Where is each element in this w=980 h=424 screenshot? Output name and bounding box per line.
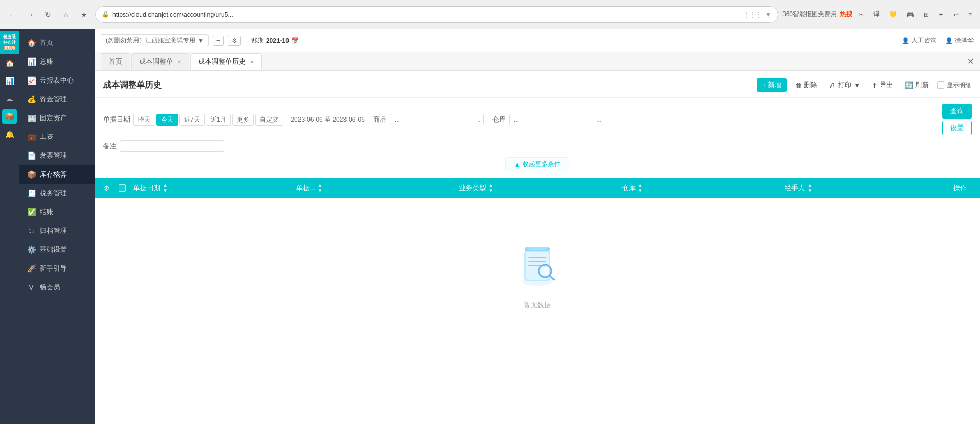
th-warehouse-label: 仓库 bbox=[622, 183, 636, 193]
th-doc-no-label: 单据... bbox=[296, 183, 316, 193]
iconbar-reports[interactable]: ☁ bbox=[2, 91, 17, 106]
reload-button[interactable]: ↻ bbox=[41, 7, 55, 22]
sidebar-item-tax[interactable]: 🧾 税务管理 bbox=[19, 184, 95, 203]
forward-button[interactable]: → bbox=[23, 7, 38, 22]
print-dropdown-icon: ▼ bbox=[854, 81, 860, 89]
select-all-box[interactable] bbox=[119, 184, 126, 192]
sidebar-item-beginner[interactable]: 🚀 新手引导 bbox=[19, 259, 95, 278]
address-bar[interactable]: 🔒 https://cloud.chanjet.com/accounting/u… bbox=[95, 6, 778, 23]
more-btn[interactable]: ≡ bbox=[965, 10, 975, 19]
sidebar-item-funds[interactable]: 💰 资金管理 bbox=[19, 90, 95, 109]
sidebar-item-ledger[interactable]: 📊 总账 bbox=[19, 52, 95, 71]
print-btn[interactable]: 🖨 打印 ▼ bbox=[826, 79, 863, 91]
column-settings-btn[interactable]: ⚙ bbox=[99, 184, 114, 192]
filter-row-remark: 备注 bbox=[103, 140, 972, 152]
sidebar-item-assets[interactable]: 🏢 固定资产 bbox=[19, 109, 95, 127]
show-columns-toggle[interactable]: 显示明细 bbox=[937, 81, 972, 90]
th-warehouse[interactable]: 仓库 ▲▼ bbox=[619, 183, 782, 193]
tab-home-label: 首页 bbox=[109, 57, 122, 66]
date-range-text: 2023-06-06 至 2023-06-06 bbox=[291, 115, 364, 124]
th-handler[interactable]: 经手人 ▲▼ bbox=[781, 183, 944, 193]
back-button[interactable]: ← bbox=[5, 7, 20, 22]
iconbar-active[interactable]: 📦 bbox=[2, 109, 17, 124]
user-name: 徐泽华 bbox=[955, 36, 974, 45]
collapse-up-icon: ▲ bbox=[514, 161, 521, 168]
sidebar-item-basic-settings[interactable]: ⚙️ 基础设置 bbox=[19, 240, 95, 259]
sidebar-beginner-label: 新手引导 bbox=[40, 264, 86, 273]
sidebar-ledger-label: 总账 bbox=[40, 57, 86, 66]
sidebar-item-close-books[interactable]: ✅ 结账 bbox=[19, 203, 95, 221]
ledger-icon: 📊 bbox=[27, 57, 36, 66]
tab-home[interactable]: 首页 bbox=[101, 53, 130, 70]
bookmark-button[interactable]: ★ bbox=[76, 7, 91, 22]
period-label: 账期 bbox=[251, 36, 264, 45]
game-btn[interactable]: 🎮 bbox=[903, 10, 917, 19]
th-biz-type[interactable]: 业务类型 ▲▼ bbox=[456, 183, 619, 193]
user-item[interactable]: 👤 徐泽华 bbox=[945, 36, 974, 45]
manage-company-btn[interactable]: ⚙ bbox=[228, 36, 241, 46]
iconbar-ledger[interactable]: 📊 bbox=[2, 74, 17, 88]
apps-btn[interactable]: ⊞ bbox=[920, 10, 932, 19]
wallet-btn[interactable]: 💛 bbox=[886, 10, 900, 19]
iconbar-home[interactable]: 🏠 bbox=[2, 56, 17, 70]
export-btn[interactable]: ⬆ 导出 bbox=[869, 79, 896, 91]
date-btn-yesterday[interactable]: 昨天 bbox=[133, 114, 155, 126]
calendar-icon[interactable]: 📅 bbox=[291, 37, 299, 44]
refresh-btn[interactable]: 🔄 刷新 bbox=[902, 79, 932, 91]
tab-cost-adjust-history[interactable]: 成本调整单历史 ✕ bbox=[190, 53, 262, 70]
date-btn-custom[interactable]: 自定义 bbox=[255, 114, 283, 126]
service-item[interactable]: 👤 人工咨询 bbox=[902, 36, 937, 45]
scissors-btn[interactable]: ✂ bbox=[856, 10, 867, 19]
sidebar-item-membership[interactable]: V 畅会员 bbox=[19, 278, 95, 297]
th-date[interactable]: 单据日期 ▲▼ bbox=[130, 183, 293, 193]
query-btn[interactable]: 查询 bbox=[942, 104, 972, 119]
sidebar-item-home[interactable]: 🏠 首页 bbox=[19, 33, 95, 52]
home-button[interactable]: ⌂ bbox=[59, 7, 73, 22]
tab-cost-adjust[interactable]: 成本调整单 ✕ bbox=[131, 53, 189, 70]
date-btn-today[interactable]: 今天 bbox=[156, 114, 178, 126]
date-btn-more[interactable]: 更多 bbox=[232, 114, 254, 126]
company-selector[interactable]: (勿删勿禁用）江西服宝测试专用 ▼ bbox=[101, 34, 209, 46]
filter-settings-btn[interactable]: 设置 bbox=[942, 121, 972, 135]
collapse-btn[interactable]: ▲ 收起更多条件 bbox=[505, 157, 569, 171]
sidebar-item-invoice[interactable]: 📄 发票管理 bbox=[19, 146, 95, 165]
collapse-row: ▲ 收起更多条件 bbox=[103, 157, 972, 171]
sidebar-item-payroll[interactable]: 💼 工资 bbox=[19, 127, 95, 146]
translate-btn[interactable]: 译 bbox=[870, 9, 883, 20]
query-buttons: 查询 设置 bbox=[942, 104, 972, 135]
delete-btn[interactable]: 🗑 删除 bbox=[792, 79, 821, 91]
date-quick-btns: 昨天 今天 近7天 近1月 更多 自定义 bbox=[133, 114, 283, 126]
undo-btn[interactable]: ↩ bbox=[950, 10, 962, 19]
warehouse-select[interactable] bbox=[509, 114, 603, 125]
add-company-btn[interactable]: + bbox=[213, 36, 224, 46]
close-all-tabs-btn[interactable]: ✕ bbox=[967, 56, 974, 66]
sidebar-close-books-label: 结账 bbox=[40, 207, 86, 217]
iconbar-extra1[interactable]: 🔔 bbox=[2, 127, 17, 142]
goods-select[interactable] bbox=[390, 114, 484, 125]
sidebar-item-inventory[interactable]: 📦 库存核算 bbox=[19, 165, 95, 184]
logo-text: 畅捷通好会计旗舰版 bbox=[3, 34, 16, 51]
sidebar-item-reports[interactable]: 📈 云报表中心 bbox=[19, 71, 95, 90]
basic-settings-icon: ⚙️ bbox=[27, 245, 36, 254]
home-icon: 🏠 bbox=[27, 39, 36, 47]
th-doc-no[interactable]: 单据... ▲▼ bbox=[293, 183, 456, 193]
remark-input[interactable] bbox=[120, 140, 224, 152]
date-btn-7days[interactable]: 近7天 bbox=[179, 114, 205, 126]
sidebar-archive-label: 归档管理 bbox=[40, 226, 86, 235]
select-all-checkbox[interactable] bbox=[114, 184, 130, 192]
sidebar: 🏠 首页 📊 总账 📈 云报表中心 💰 资金管理 🏢 固定资产 💼 工资 📄 发… bbox=[19, 29, 95, 424]
tab-cost-adjust-history-close[interactable]: ✕ bbox=[250, 59, 254, 65]
settings-tool-btn[interactable]: ☀ bbox=[935, 10, 947, 19]
app-logo[interactable]: 畅捷通好会计旗舰版 bbox=[0, 31, 19, 54]
refresh-label: 刷新 bbox=[915, 80, 929, 90]
sidebar-item-archive[interactable]: 🗂 归档管理 bbox=[19, 221, 95, 240]
show-columns-checkbox[interactable] bbox=[937, 81, 944, 89]
date-btn-1month[interactable]: 近1月 bbox=[206, 114, 232, 126]
tab-cost-adjust-close[interactable]: ✕ bbox=[177, 59, 181, 65]
print-label: 打印 bbox=[838, 80, 851, 90]
th-warehouse-sort-icon: ▲▼ bbox=[638, 183, 643, 193]
chevron-down-icon[interactable]: ▼ bbox=[765, 11, 771, 18]
company-name: (勿删勿禁用）江西服宝测试专用 bbox=[106, 36, 195, 45]
funds-icon: 💰 bbox=[27, 95, 36, 103]
new-btn[interactable]: + 新增 bbox=[757, 78, 787, 92]
